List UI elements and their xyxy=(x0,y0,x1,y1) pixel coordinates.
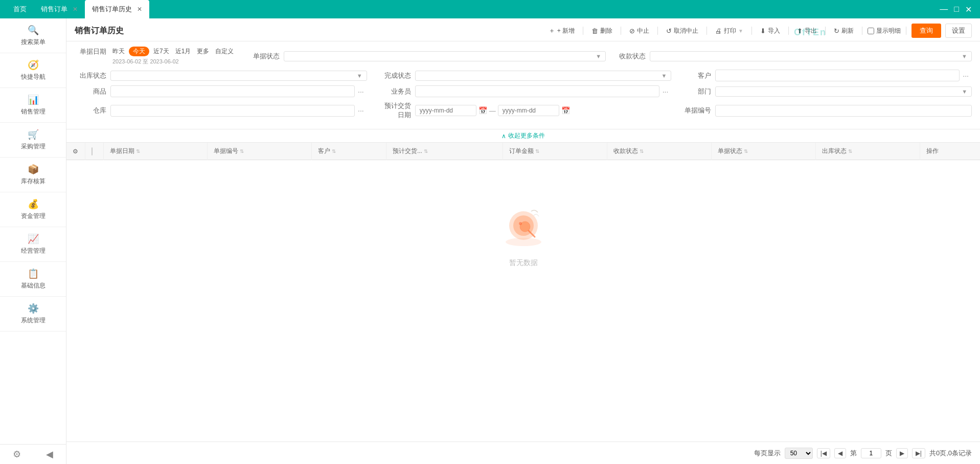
close-window-button[interactable]: ✕ xyxy=(963,3,974,16)
sidebar-item-finance[interactable]: 💰 资金管理 xyxy=(0,192,66,227)
btn-1month[interactable]: 近1月 xyxy=(173,47,193,56)
divider8 xyxy=(862,27,862,35)
collapse-row[interactable]: ∧ 收起更多条件 xyxy=(66,129,980,143)
basic-info-icon: 📋 xyxy=(28,268,39,279)
filter-row-4: 仓库 ··· 预计交货日期 📅 — 📅 xyxy=(75,101,972,120)
stop-button[interactable]: ⊘ 中止 xyxy=(626,25,652,37)
print-button[interactable]: 🖨 打印 ▼ xyxy=(712,25,746,37)
close-sales-history-tab[interactable]: ✕ xyxy=(137,6,142,13)
sidebar-item-search-menu[interactable]: 🔍 搜索菜单 xyxy=(0,18,66,53)
close-sales-order-tab[interactable]: ✕ xyxy=(73,6,78,13)
sidebar-label-sales: 销售管理 xyxy=(21,107,45,116)
collapse-label: 收起更多条件 xyxy=(508,131,545,140)
sort-amount-icon: ⇅ xyxy=(535,148,539,154)
th-out-status[interactable]: 出库状态 ⇅ xyxy=(815,143,920,160)
sidebar-item-purchase[interactable]: 🛒 采购管理 xyxy=(0,123,66,158)
payment-status-select[interactable]: ▼ xyxy=(650,51,972,61)
customer-input[interactable] xyxy=(715,70,960,81)
th-operation: 操作 xyxy=(920,143,980,160)
date-range-text: 2023-06-02 至 2023-06-02 xyxy=(112,58,179,64)
th-number[interactable]: 单据编号 ⇅ xyxy=(208,143,312,160)
divider6 xyxy=(788,27,789,35)
salesperson-dots[interactable]: ··· xyxy=(659,87,672,96)
bill-status-select[interactable]: ▼ xyxy=(284,51,606,61)
first-page-button[interactable]: |◀ xyxy=(817,448,830,458)
sidebar-collapse-button[interactable]: ◀ xyxy=(46,449,53,460)
product-input[interactable] xyxy=(110,85,355,97)
import-icon: ⬇ xyxy=(760,27,766,35)
delete-button[interactable]: 🗑 删除 xyxy=(588,25,616,37)
bill-number-input[interactable] xyxy=(715,105,972,117)
th-payment-status[interactable]: 收款状态 ⇅ xyxy=(607,143,712,160)
complete-status-select[interactable]: ▼ xyxy=(415,71,672,81)
out-status-select[interactable]: ▼ xyxy=(110,71,367,81)
prev-page-button[interactable]: ◀ xyxy=(834,448,846,458)
calendar-from-icon[interactable]: 📅 xyxy=(478,106,487,115)
sidebar-item-inventory[interactable]: 📦 库存核算 xyxy=(0,158,66,192)
table-settings-header[interactable]: ⚙ xyxy=(66,143,85,160)
date-label: 单据日期 xyxy=(75,47,110,56)
customer-dots[interactable]: ··· xyxy=(960,72,972,80)
sidebar-item-sales[interactable]: 📊 销售管理 xyxy=(0,88,66,123)
th-bill-status[interactable]: 单据状态 ⇅ xyxy=(711,143,815,160)
sidebar-bottom: ⚙ ◀ xyxy=(0,444,66,464)
cancel-stop-button[interactable]: ↺ 取消中止 xyxy=(663,25,701,37)
operations-icon: 📈 xyxy=(28,233,39,245)
per-page-select[interactable]: 50 20 100 200 xyxy=(785,448,813,459)
warehouse-dots[interactable]: ··· xyxy=(355,106,367,115)
btn-7days[interactable]: 近7天 xyxy=(151,47,171,56)
divider5 xyxy=(751,27,752,35)
th-date[interactable]: 单据日期 ⇅ xyxy=(103,143,208,160)
sidebar-label-finance: 资金管理 xyxy=(21,212,45,220)
expected-date-to[interactable] xyxy=(498,105,559,116)
sidebar-item-basic-info[interactable]: 📋 基础信息 xyxy=(0,262,66,297)
department-select[interactable]: ▼ xyxy=(715,86,972,97)
page-input[interactable] xyxy=(861,448,881,458)
table-check-header[interactable] xyxy=(85,143,103,160)
btn-yesterday[interactable]: 昨天 xyxy=(110,47,127,56)
btn-custom[interactable]: 自定义 xyxy=(213,47,236,56)
maximize-button[interactable]: □ xyxy=(952,3,961,16)
empty-state: 暂无数据 xyxy=(66,160,980,308)
bill-status-arrow: ▼ xyxy=(596,53,601,59)
sidebar-item-system[interactable]: ⚙️ 系统管理 xyxy=(0,297,66,332)
product-dots[interactable]: ··· xyxy=(355,87,367,96)
sidebar-settings-button[interactable]: ⚙ xyxy=(13,449,21,460)
th-customer[interactable]: 客户 ⇅ xyxy=(312,143,386,160)
payment-status-arrow: ▼ xyxy=(962,53,967,59)
th-expected-date[interactable]: 预计交货... ⇅ xyxy=(386,143,503,160)
customer-label: 客户 xyxy=(679,71,715,80)
refresh-button[interactable]: ↻ 刷新 xyxy=(831,25,857,37)
tab-home[interactable]: 首页 xyxy=(6,0,34,18)
top-bar: 首页 销售订单 ✕ 销售订单历史 ✕ — □ ✕ xyxy=(0,0,980,18)
sidebar-item-operations[interactable]: 📈 经营管理 xyxy=(0,227,66,262)
page-suffix: 页 xyxy=(885,449,892,458)
sidebar-label-purchase: 采购管理 xyxy=(21,142,45,151)
expected-date-from[interactable] xyxy=(415,105,476,116)
btn-more[interactable]: 更多 xyxy=(195,47,211,56)
warehouse-input[interactable] xyxy=(110,105,355,117)
salesperson-input[interactable] xyxy=(415,85,659,97)
minimize-button[interactable]: — xyxy=(938,3,950,16)
display-toggle[interactable]: 显示明细 xyxy=(868,27,901,35)
btn-today[interactable]: 今天 xyxy=(129,47,149,56)
tab-sales-history[interactable]: 销售订单历史 ✕ xyxy=(85,0,149,18)
calendar-to-icon[interactable]: 📅 xyxy=(561,106,570,115)
import-button[interactable]: ⬇ 导入 xyxy=(757,25,783,37)
tab-sales-order[interactable]: 销售订单 ✕ xyxy=(34,0,85,18)
sort-out-status-icon: ⇅ xyxy=(848,148,852,154)
department-arrow: ▼ xyxy=(962,89,967,95)
export-button[interactable]: ⬆ 导出 xyxy=(794,25,820,37)
query-button[interactable]: 查询 xyxy=(911,24,941,38)
select-all-checkbox[interactable] xyxy=(92,147,93,156)
bill-status-label: 单据状态 xyxy=(248,52,284,61)
next-page-button[interactable]: ▶ xyxy=(896,448,908,458)
display-checkbox[interactable] xyxy=(868,28,874,34)
new-button[interactable]: ＋ + 新增 xyxy=(545,24,578,37)
th-amount[interactable]: 订单金额 ⇅ xyxy=(503,143,607,160)
sort-customer-icon: ⇅ xyxy=(332,148,336,154)
settings-button[interactable]: 设置 xyxy=(945,24,972,38)
last-page-button[interactable]: ▶| xyxy=(912,448,925,458)
sidebar-item-quick-nav[interactable]: 🧭 快捷导航 xyxy=(0,53,66,88)
quick-nav-icon: 🧭 xyxy=(28,59,39,71)
